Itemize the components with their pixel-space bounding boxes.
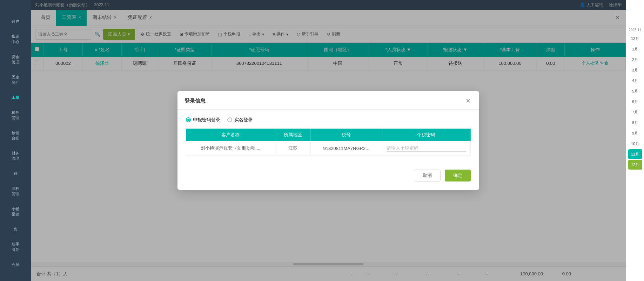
cal-month-8[interactable]: 8月	[628, 118, 642, 128]
cal-month-1[interactable]: 1月	[628, 44, 642, 54]
cal-month-12[interactable]: 12月	[628, 160, 642, 170]
sidebar-item-tax[interactable]: 税务管理	[0, 105, 31, 125]
sidebar-item-guide[interactable]: 新手引导	[0, 237, 31, 257]
col-region: 所属地区	[275, 129, 311, 141]
client-table: 客户名称 所属地区 税号 个税密码 刘小艳演示账套（勿删勿动.... 江苏 91…	[186, 129, 471, 156]
col-tax-no: 税号	[310, 129, 382, 141]
dialog-title: 登录信息	[185, 98, 206, 104]
sidebar: 账户 报表中心 资金管理 固定资产 工资 税务管理 核销台账 财务管理 账 归档…	[0, 0, 31, 281]
sidebar-item-finance[interactable]: 财务管理	[0, 146, 31, 166]
dialog-header: 登录信息 ✕	[177, 91, 479, 110]
col-client-name: 客户名称	[186, 129, 275, 141]
sidebar-item-assets[interactable]: 固定资产	[0, 70, 31, 90]
cal-month-7[interactable]: 7月	[628, 107, 642, 117]
cal-month-11[interactable]: 11月	[628, 149, 642, 159]
modal-overlay: 登录信息 ✕ 申报密码登录 实名登录 客户名称 所属	[31, 0, 626, 281]
sidebar-item-account[interactable]: 账户	[0, 14, 31, 29]
cal-month-4[interactable]: 4月	[628, 76, 642, 85]
radio-password-login[interactable]: 申报密码登录	[186, 117, 220, 123]
cell-region: 江苏	[275, 141, 311, 155]
col-tax-pwd: 个税密码	[382, 129, 470, 141]
cal-month-9[interactable]: 9月	[628, 128, 642, 138]
dialog-close-button[interactable]: ✕	[464, 97, 472, 105]
cal-month-10[interactable]: 10月	[628, 139, 642, 149]
password-input[interactable]	[387, 145, 466, 152]
cell-client-name: 刘小艳演示账套（勿删勿动....	[186, 141, 275, 155]
cal-month-2[interactable]: 2月	[628, 55, 642, 64]
radio-realname-login[interactable]: 实名登录	[227, 117, 253, 123]
sidebar-item-expense[interactable]: 小畅报销	[0, 201, 31, 222]
sidebar-item-member[interactable]: 会员	[0, 257, 31, 272]
cancel-button[interactable]: 取消	[414, 170, 441, 181]
sidebar-item-report[interactable]: 报表中心	[0, 29, 31, 49]
cal-month-5[interactable]: 5月	[628, 86, 642, 96]
dialog-footer: 取消 确定	[177, 170, 479, 181]
sidebar-item-salary[interactable]: 工资	[0, 90, 31, 105]
radio-password-dot	[186, 117, 191, 122]
confirm-button[interactable]: 确定	[445, 170, 471, 181]
cal-month-12prev[interactable]: 12月	[628, 34, 642, 43]
cal-year: 2023.11	[629, 28, 641, 32]
cell-pwd[interactable]	[382, 141, 470, 155]
cal-month-3[interactable]: 3月	[628, 65, 642, 75]
cal-month-6[interactable]: 6月	[628, 97, 642, 107]
sidebar-item-ledger[interactable]: 账	[0, 166, 31, 181]
sidebar-item-funds[interactable]: 资金管理	[0, 49, 31, 70]
sidebar-item-archive[interactable]: 归档管理	[0, 181, 31, 201]
login-dialog: 登录信息 ✕ 申报密码登录 实名登录 客户名称 所属	[177, 91, 479, 190]
right-panel: 2023.11 12月 1月 2月 3月 4月 5月 6月 7月 8月 9月 1…	[626, 0, 644, 281]
client-table-row: 刘小艳演示账套（勿删勿动.... 江苏 91320811MA7NGR2...	[186, 141, 471, 155]
login-type-radio-group: 申报密码登录 实名登录	[186, 117, 471, 123]
cell-tax-no: 91320811MA7NGR2...	[310, 141, 382, 155]
dialog-body: 申报密码登录 实名登录 客户名称 所属地区 税号 个税密码	[177, 110, 479, 163]
sidebar-item-sale[interactable]: 售	[0, 222, 31, 237]
radio-realname-dot	[227, 117, 232, 122]
sidebar-item-writeoff[interactable]: 核销台账	[0, 125, 31, 146]
